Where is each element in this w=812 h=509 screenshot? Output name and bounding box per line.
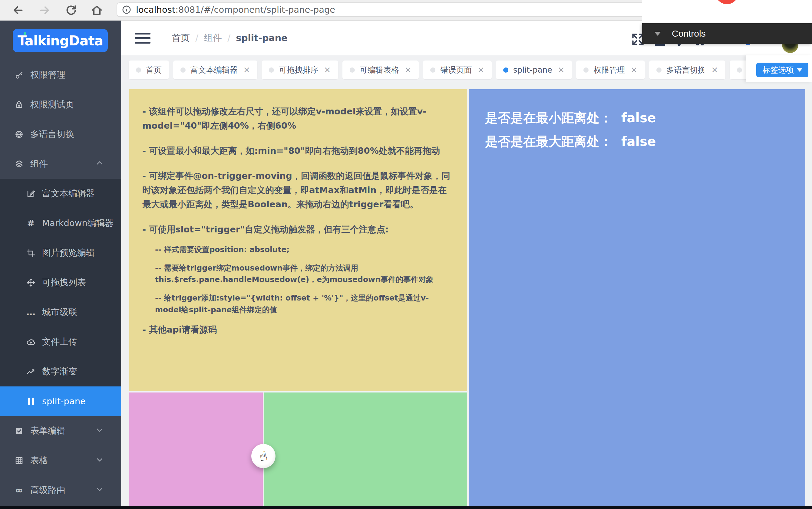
logo-text: TalkingData	[18, 33, 103, 48]
breadcrumb: 首页 / 组件 / split-pane	[172, 21, 287, 56]
edit-icon	[26, 189, 36, 199]
breadcrumb-separator: /	[227, 33, 230, 43]
caret-down-icon	[797, 68, 802, 72]
breadcrumb-separator: /	[195, 33, 198, 43]
breadcrumb-home[interactable]: 首页	[172, 32, 190, 44]
infinity-icon: ∞	[14, 485, 24, 496]
tab-home[interactable]: 首页	[129, 61, 169, 79]
chevron-up-icon	[96, 159, 103, 169]
close-icon[interactable]: ×	[630, 66, 637, 74]
doc-sub-bullet: -- 样式需要设置position: absolute;	[155, 244, 454, 256]
sidebar-item-label: 可拖拽列表	[42, 277, 86, 289]
drag-trigger-handle[interactable]: ☝	[251, 444, 275, 468]
tab-dot-icon	[136, 67, 141, 73]
key-icon	[14, 70, 24, 80]
sidebar-item-label: 城市级联	[42, 306, 77, 318]
tab-i18n[interactable]: 多语言切换 ×	[649, 61, 725, 79]
sidebar-item-permission-admin[interactable]: 权限管理	[0, 60, 121, 90]
doc-bullet: - 可设置最小和最大距离，如:min="80"即向右拖动到80%处就不能再拖动	[142, 144, 454, 158]
sidebar-item-markdown-editor[interactable]: # Markdown编辑器	[0, 208, 121, 238]
doc-bullet: - 该组件可以拖动修改左右尺寸，还可以绑定v-model来设置，如设置v-mod…	[142, 104, 454, 133]
forward-icon[interactable]	[37, 3, 52, 18]
crop-icon	[26, 248, 36, 258]
controls-panel-header[interactable]: Controls	[642, 23, 812, 44]
tab-dot-icon	[503, 67, 508, 73]
tab-options-panel: 标签选项	[746, 56, 812, 82]
sidebar-item-label: 富文本编辑器	[42, 188, 95, 200]
checkbox-icon	[14, 426, 24, 436]
sidebar-item-table[interactable]: 表格	[0, 446, 121, 475]
close-icon[interactable]: ×	[324, 66, 331, 74]
move-icon	[26, 277, 36, 288]
tab-dot-icon	[269, 67, 274, 73]
sidebar-item-label: 图片预览编辑	[42, 247, 95, 259]
sidebar-item-permission-test[interactable]: 权限测试页	[0, 90, 121, 120]
chevron-down-icon	[96, 485, 103, 496]
caret-down-icon	[654, 32, 661, 36]
sidebar-item-rich-text-editor[interactable]: 富文本编辑器	[0, 179, 121, 208]
tab-error-page[interactable]: 错误页面 ×	[423, 61, 491, 79]
split-pane-demo: - 该组件可以拖动修改左右尺寸，还可以绑定v-model来设置，如设置v-mod…	[129, 89, 805, 509]
hamburger-menu-icon[interactable]	[135, 33, 151, 46]
reload-icon[interactable]	[64, 3, 78, 18]
tab-options-button[interactable]: 标签选项	[756, 63, 808, 77]
tab-draggable-sort[interactable]: 可拖拽排序 ×	[262, 61, 338, 79]
breadcrumb-components[interactable]: 组件	[204, 32, 222, 44]
lock-icon	[14, 100, 24, 110]
info-icon	[121, 4, 132, 15]
layers-icon	[14, 159, 24, 169]
close-icon[interactable]: ×	[477, 66, 484, 74]
doc-bullet: - 其他api请看源码	[142, 323, 454, 337]
tab-rich-text-editor[interactable]: 富文本编辑器 ×	[173, 61, 257, 79]
back-icon[interactable]	[10, 3, 25, 18]
doc-sub-bullet: -- 需要给trigger绑定mousedown事件，绑定的方法调用this.$…	[155, 262, 454, 286]
sidebar-item-advanced-router[interactable]: ∞ 高级路由	[0, 475, 121, 505]
sidebar-item-number-gradient[interactable]: 数字渐变	[0, 357, 121, 386]
components-submenu: 富文本编辑器 # Markdown编辑器 图片预览编辑 可拖拽列表 … 城市级联…	[0, 179, 121, 416]
ellipsis-icon: …	[26, 307, 36, 317]
sidebar-item-label: Markdown编辑器	[42, 217, 114, 229]
sidebar-item-label: 表单编辑	[30, 425, 65, 437]
home-icon[interactable]	[90, 3, 104, 18]
sidebar-item-label: split-pane	[42, 396, 86, 406]
sidebar-item-draggable-list[interactable]: 可拖拽列表	[0, 268, 121, 298]
hand-cursor-icon: ☝	[258, 448, 268, 464]
doc-bullet: - 可绑定事件@on-trigger-moving，回调函数的返回值是鼠标事件对…	[142, 169, 454, 211]
sidebar-item-components[interactable]: 组件	[0, 149, 121, 179]
tab-dot-icon	[656, 67, 661, 73]
sidebar-item-i18n[interactable]: 多语言切换	[0, 120, 121, 149]
trending-up-icon	[26, 367, 36, 377]
status-at-max-value: false	[621, 130, 656, 154]
inner-left-pane	[129, 393, 263, 509]
close-icon[interactable]: ×	[243, 66, 250, 74]
sidebar-item-form-edit[interactable]: 表单编辑	[0, 416, 121, 446]
tab-bar: 首页 富文本编辑器 × 可拖拽排序 × 可编辑表格 × 错误页面 × split…	[121, 56, 812, 82]
tab-dot-icon	[350, 67, 355, 73]
sidebar-item-image-crop[interactable]: 图片预览编辑	[0, 238, 121, 268]
bottom-edge-strip	[0, 506, 812, 509]
logo[interactable]: TalkingData	[13, 29, 108, 52]
cloud-upload-icon	[26, 337, 36, 347]
doc-bullet: - 可使用slot="trigger"自定义拖动触发器，但有三个注意点:	[142, 223, 454, 237]
tab-permission-admin[interactable]: 权限管理 ×	[576, 61, 645, 79]
close-icon[interactable]: ×	[711, 66, 718, 74]
sidebar-item-label: 数字渐变	[42, 366, 77, 378]
sidebar-item-city-cascade[interactable]: … 城市级联	[0, 298, 121, 327]
chevron-down-icon	[96, 426, 103, 436]
tab-dot-icon	[181, 67, 186, 73]
status-at-max: 是否是在最大距离处： false	[485, 130, 805, 154]
sidebar-item-file-upload[interactable]: 文件上传	[0, 327, 121, 357]
sidebar-item-label: 权限管理	[30, 69, 65, 81]
hash-icon: #	[26, 218, 36, 229]
tab-dot-icon	[583, 67, 589, 73]
tab-editable-table[interactable]: 可编辑表格 ×	[343, 61, 419, 79]
close-icon[interactable]: ×	[558, 66, 565, 74]
doc-pane: - 该组件可以拖动修改左右尺寸，还可以绑定v-model来设置，如设置v-mod…	[129, 89, 467, 391]
close-icon[interactable]: ×	[404, 66, 412, 74]
logo-dot-icon	[24, 32, 26, 35]
sidebar-item-label: 文件上传	[42, 336, 77, 348]
sidebar-item-label: 组件	[30, 158, 48, 170]
sidebar-item-label: 表格	[30, 454, 48, 467]
tab-split-pane[interactable]: split-pane ×	[496, 61, 572, 79]
sidebar-item-split-pane[interactable]: split-pane	[0, 386, 121, 416]
